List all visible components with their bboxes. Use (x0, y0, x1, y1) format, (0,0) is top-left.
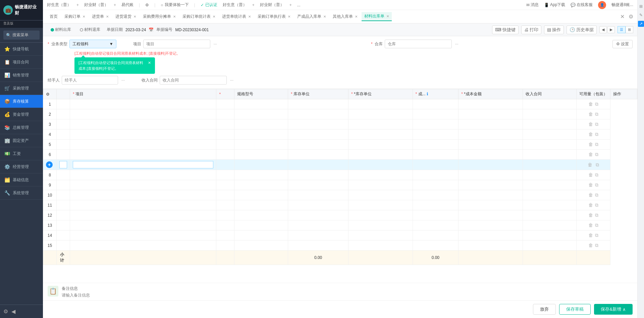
next-button[interactable]: ▶ (607, 26, 615, 33)
warehouse-dots[interactable]: ··· (455, 42, 459, 46)
tab-inbound[interactable]: 进货单 ✕ (89, 12, 111, 21)
cell-stock-unit[interactable] (234, 220, 288, 230)
copy-row-button[interactable]: ⧉ (594, 121, 599, 128)
notes-input[interactable] (62, 293, 633, 298)
side-tool-3[interactable]: ↗ (638, 21, 644, 27)
cell-quantity[interactable] (288, 180, 348, 190)
cell-spec[interactable] (216, 129, 234, 140)
cell-stock-unit[interactable] (234, 140, 288, 150)
delete-row-button[interactable]: 🗑 (587, 171, 594, 178)
cell-spec[interactable] (216, 140, 234, 150)
close-tab-inbound-stat[interactable]: ✕ (248, 15, 251, 18)
cell-cost[interactable] (348, 180, 413, 190)
add-row-button[interactable]: + (46, 161, 53, 168)
cell-cost[interactable] (348, 190, 413, 200)
cell-cost[interactable] (348, 170, 413, 180)
cell-quantity[interactable] (288, 150, 348, 160)
copy-active-row-button[interactable]: ⧉ (595, 161, 600, 168)
notif-good-biz[interactable]: 好生意（普） (47, 2, 71, 8)
cell-product[interactable] (70, 170, 216, 180)
tab-material-outbound[interactable]: 材料出库 (47, 25, 75, 34)
cell-cost-amount[interactable] (413, 109, 459, 119)
delete-row-button[interactable]: 🗑 (587, 232, 594, 238)
notif-more[interactable]: ... (297, 3, 301, 7)
cell-available-active[interactable] (523, 160, 576, 170)
cell-spec-active[interactable] (216, 160, 234, 170)
save-new-button[interactable]: 保存&新增 ∧ (594, 304, 633, 315)
income-contract-dots[interactable]: ··· (230, 78, 233, 83)
cell-cost-amount[interactable] (413, 129, 459, 140)
active-project-input[interactable] (59, 161, 67, 168)
cell-cost-amount-active[interactable] (413, 160, 459, 170)
delete-row-button[interactable]: 🗑 (587, 151, 594, 158)
cell-project[interactable] (57, 180, 70, 190)
sidebar-item-project[interactable]: 📋 项目合同 (0, 56, 43, 69)
cell-quantity[interactable] (288, 109, 348, 119)
tab-purchase-order[interactable]: 采购订单 ✕ (62, 12, 88, 21)
cell-cost-amount[interactable] (413, 241, 459, 251)
cell-income-contract[interactable] (459, 129, 523, 140)
sidebar-item-operations[interactable]: ⚙️ 经营管理 (0, 160, 43, 173)
tab-inbound-return[interactable]: 进货退货 ✕ (113, 12, 139, 21)
close-tab-product-inbound[interactable]: ✕ (323, 15, 326, 18)
online-service-button[interactable]: 💬 在线客服 (571, 1, 593, 9)
cell-cost-amount[interactable] (413, 180, 459, 190)
cell-product[interactable] (70, 220, 216, 230)
sidebar-item-sales[interactable]: 📊 销售管理 (0, 69, 43, 82)
cell-available[interactable] (523, 119, 576, 129)
cell-spec[interactable] (216, 230, 234, 241)
cell-available[interactable] (523, 180, 576, 190)
notif-experience[interactable]: ○ 我要体验一下 (161, 2, 189, 8)
delete-row-button[interactable]: 🗑 (587, 141, 594, 148)
cell-available[interactable] (523, 99, 576, 109)
cell-quantity[interactable] (288, 129, 348, 140)
operation-button[interactable]: ▤ 操作 (544, 25, 564, 34)
cell-stock-unit[interactable] (234, 109, 288, 119)
close-tab-purchase-stat[interactable]: ✕ (213, 15, 215, 18)
notif-good-biz2[interactable]: 好生意（普） (223, 2, 247, 8)
cell-income-contract[interactable] (459, 230, 523, 241)
cell-cost[interactable] (348, 150, 413, 160)
cell-product[interactable] (70, 230, 216, 241)
copy-row-button[interactable]: ⧉ (594, 212, 599, 219)
cell-project[interactable] (57, 140, 70, 150)
cell-cost-active[interactable] (348, 160, 413, 170)
cell-project[interactable] (57, 241, 70, 251)
cell-product[interactable] (70, 99, 216, 109)
sidebar-collapse-button[interactable]: ◀ (11, 308, 15, 315)
close-tab-purchase-expense[interactable]: ✕ (173, 15, 176, 18)
cell-cost[interactable] (348, 200, 413, 210)
sidebar-item-assets[interactable]: 🏢 固定资产 (0, 134, 43, 147)
cell-spec[interactable] (216, 99, 234, 109)
cell-income-contract[interactable] (459, 170, 523, 180)
agent-dots[interactable]: ··· (121, 78, 125, 83)
cell-cost[interactable] (348, 140, 413, 150)
delete-row-button[interactable]: 🗑 (587, 222, 594, 228)
cell-stock-unit[interactable] (234, 230, 288, 241)
cell-cost[interactable] (348, 129, 413, 140)
cell-income-contract[interactable] (459, 150, 523, 160)
cell-quantity[interactable] (288, 170, 348, 180)
sidebar-settings-button[interactable]: ⚙ (3, 308, 8, 315)
delete-row-button[interactable]: 🗑 (587, 212, 594, 218)
cell-project[interactable] (57, 220, 70, 230)
cell-available[interactable] (523, 210, 576, 220)
tab-inbound-stat[interactable]: 进货单统计表 ✕ (219, 12, 254, 21)
close-tab-material-out[interactable]: ✕ (386, 14, 389, 18)
save-draft-button[interactable]: 保存草稿 (559, 304, 591, 315)
cell-available[interactable] (523, 170, 576, 180)
delete-row-button[interactable]: 🗑 (587, 121, 594, 127)
discard-button[interactable]: 放弃 (533, 304, 556, 315)
tab-gear-icon[interactable]: ⚙ (629, 13, 633, 20)
cell-income-contract[interactable] (459, 140, 523, 150)
notes-icon[interactable]: 📋 (48, 286, 58, 297)
cell-available[interactable] (523, 129, 576, 140)
cell-stock-unit[interactable] (234, 200, 288, 210)
cell-spec[interactable] (216, 109, 234, 119)
cell-available[interactable] (523, 109, 576, 119)
delete-row-button[interactable]: 🗑 (587, 242, 594, 249)
grid-view-button[interactable]: ⊞ (626, 26, 633, 33)
delete-row-button[interactable]: 🗑 (587, 131, 594, 138)
form-settings-button[interactable]: ⚙ 设置 (612, 40, 633, 48)
cell-stock-unit[interactable] (234, 241, 288, 251)
